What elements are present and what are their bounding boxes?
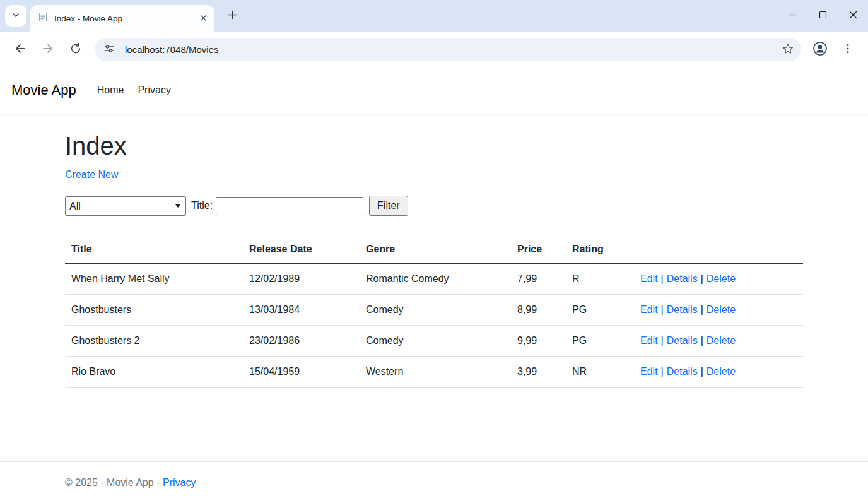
movie-genre-cell: Comedy [360, 295, 511, 326]
kebab-menu-icon [842, 43, 853, 56]
edit-link[interactable]: Edit [640, 273, 658, 284]
movie-rating-cell: PG [566, 295, 634, 326]
menu-button[interactable] [835, 37, 860, 62]
table-row: When Harry Met Sally 12/02/1989 Romantic… [65, 264, 803, 295]
details-link[interactable]: Details [667, 335, 698, 346]
table-row: Ghostbusters 13/03/1984 Comedy 8,99 PG E… [65, 295, 803, 326]
page-footer: © 2025 - Movie App - Privacy [0, 461, 868, 503]
table-row: Ghostbusters 2 23/02/1986 Comedy 9,99 PG… [65, 326, 803, 357]
movie-release-date-cell: 12/02/1989 [243, 264, 360, 295]
genre-select[interactable]: All [65, 196, 186, 216]
nav-link-privacy[interactable]: Privacy [131, 85, 177, 96]
browser-toolbar: localhost:7048/Movies [0, 32, 868, 67]
movie-rating-cell: NR [566, 357, 634, 388]
movie-genre-cell: Romantic Comedy [360, 264, 511, 295]
browser-tabstrip: Index - Movie App [0, 0, 868, 32]
tab-search-button[interactable] [5, 5, 26, 27]
create-new-link[interactable]: Create New [65, 169, 118, 180]
site-info-button[interactable] [100, 40, 119, 59]
movie-actions-cell: Edit|Details|Delete [634, 295, 803, 326]
title-filter-input[interactable] [216, 197, 363, 215]
movies-table: Title Release Date Genre Price Rating Wh… [65, 239, 803, 388]
header-price: Price [511, 239, 566, 264]
minimize-button[interactable] [777, 4, 807, 27]
footer-privacy-link[interactable]: Privacy [163, 477, 196, 488]
maximize-button[interactable] [807, 4, 838, 27]
browser-tab[interactable]: Index - Movie App [30, 5, 214, 32]
page-title: Index [65, 132, 803, 160]
movie-rating-cell: R [566, 264, 634, 295]
forward-button[interactable] [35, 37, 61, 62]
header-genre: Genre [360, 239, 511, 264]
tab-favicon-icon [38, 12, 48, 25]
delete-link[interactable]: Delete [707, 273, 736, 284]
reload-button[interactable] [63, 37, 88, 62]
movie-genre-cell: Comedy [360, 326, 511, 357]
window-controls [777, 0, 868, 32]
brand-link[interactable]: Movie App [11, 82, 76, 98]
main-content: Index Create New All Title: Filter Title… [65, 114, 803, 388]
bookmark-button[interactable] [778, 40, 797, 59]
footer-copyright: © 2025 - Movie App - [65, 477, 160, 488]
delete-link[interactable]: Delete [707, 304, 736, 315]
header-title: Title [65, 239, 243, 264]
star-icon [782, 43, 794, 56]
tab-close-button[interactable] [196, 11, 211, 26]
movie-price-cell: 9,99 [511, 326, 566, 357]
movie-release-date-cell: 13/03/1984 [243, 295, 360, 326]
filter-form: All Title: Filter [65, 196, 803, 216]
header-release-date: Release Date [243, 239, 360, 264]
details-link[interactable]: Details [667, 304, 698, 315]
movie-release-date-cell: 23/02/1986 [243, 326, 360, 357]
edit-link[interactable]: Edit [640, 304, 658, 315]
movie-title-cell: Ghostbusters [65, 295, 243, 326]
action-separator: | [701, 273, 703, 284]
movie-genre-cell: Western [360, 357, 511, 388]
movie-price-cell: 3,99 [511, 357, 566, 388]
nav-link-home[interactable]: Home [90, 85, 131, 96]
maximize-icon [819, 11, 827, 21]
details-link[interactable]: Details [667, 366, 698, 377]
movie-title-cell: When Harry Met Sally [65, 264, 243, 295]
edit-link[interactable]: Edit [640, 335, 658, 346]
action-separator: | [661, 335, 664, 346]
close-icon [849, 11, 857, 21]
edit-link[interactable]: Edit [640, 366, 658, 377]
chevron-down-icon [11, 10, 21, 22]
url-text: localhost:7048/Movies [125, 44, 778, 55]
delete-link[interactable]: Delete [707, 335, 736, 346]
minimize-icon [789, 11, 797, 21]
profile-button[interactable] [807, 37, 833, 62]
table-header: Title Release Date Genre Price Rating [65, 239, 803, 264]
site-navbar: Movie App Home Privacy [0, 67, 868, 114]
back-button[interactable] [8, 37, 33, 62]
movie-title-cell: Rio Bravo [65, 357, 243, 388]
person-icon [812, 41, 828, 58]
action-separator: | [661, 304, 664, 315]
tune-icon [103, 43, 115, 56]
details-link[interactable]: Details [667, 273, 698, 284]
filter-button[interactable]: Filter [369, 196, 408, 216]
delete-link[interactable]: Delete [707, 366, 736, 377]
address-bar[interactable]: localhost:7048/Movies [95, 38, 801, 61]
action-separator: | [701, 304, 703, 315]
tab-title: Index - Movie App [54, 14, 196, 23]
action-separator: | [701, 366, 703, 377]
reload-icon [69, 42, 82, 57]
movie-title-cell: Ghostbusters 2 [65, 326, 243, 357]
header-rating: Rating [566, 239, 634, 264]
arrow-left-icon [14, 42, 26, 57]
new-tab-button[interactable] [222, 6, 242, 26]
table-row: Rio Bravo 15/04/1959 Western 3,99 NR Edi… [65, 357, 803, 388]
movie-price-cell: 7,99 [511, 264, 566, 295]
window-close-button[interactable] [838, 4, 868, 27]
title-filter-label: Title: [191, 200, 213, 211]
movie-release-date-cell: 15/04/1959 [243, 357, 360, 388]
arrow-right-icon [42, 42, 54, 57]
movie-price-cell: 8,99 [511, 295, 566, 326]
header-actions [634, 239, 803, 264]
action-separator: | [661, 366, 664, 377]
genre-select-wrap: All [65, 196, 186, 216]
movie-rating-cell: PG [566, 326, 634, 357]
action-separator: | [701, 335, 703, 346]
